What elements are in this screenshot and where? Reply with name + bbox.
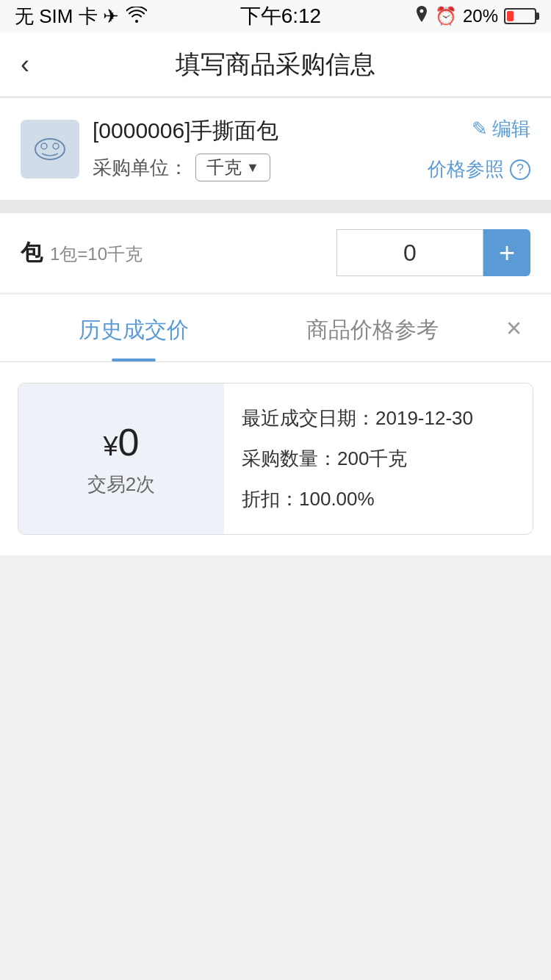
tab-history-price[interactable]: 历史成交价 — [15, 295, 253, 361]
dropdown-icon: ▼ — [246, 160, 259, 176]
recent-date-value: 2019-12-30 — [375, 407, 473, 429]
qty-plus-button[interactable]: + — [483, 229, 530, 276]
transaction-left: ¥0 交易2次 — [18, 383, 224, 534]
qty-hint: 1包=10千克 — [50, 242, 143, 266]
unit-value: 千克 — [206, 156, 242, 179]
page-container: 无 SIM 卡 ✈ 下午6:12 ⏰ 20% ‹ 填写商品 — [0, 0, 551, 980]
battery-icon — [504, 8, 536, 24]
product-card: [0000006]手撕面包 采购单位： 千克 ▼ ✎ 编辑 价格 — [0, 98, 551, 200]
bottom-panel: 历史成交价 商品价格参考 × ¥0 交易2次 最近成交日期：2019-12-30 — [0, 295, 551, 555]
transaction-right: 最近成交日期：2019-12-30 采购数量：200千克 折扣：100.00% — [224, 383, 533, 534]
product-left: [0000006]手撕面包 采购单位： 千克 ▼ — [21, 116, 278, 181]
purchase-qty-row: 采购数量：200千克 — [242, 444, 515, 473]
quantity-input[interactable] — [336, 229, 483, 276]
discount-value: 100.00% — [299, 488, 375, 510]
transaction-price: ¥0 — [104, 420, 140, 464]
product-logo — [21, 120, 79, 179]
svg-point-1 — [41, 143, 47, 149]
quantity-label: 包 1包=10千克 — [21, 238, 143, 268]
edit-label: 编辑 — [492, 116, 530, 142]
product-right: ✎ 编辑 价格参照 ? — [428, 116, 530, 182]
yuan-symbol: ¥ — [104, 431, 118, 461]
discount-row: 折扣：100.00% — [242, 485, 515, 514]
discount-label: 折扣： — [242, 488, 299, 510]
battery-fill — [507, 11, 514, 21]
page-title: 填写商品采购信息 — [176, 48, 375, 82]
price-value: 0 — [118, 421, 140, 464]
price-ref-button[interactable]: 价格参照 ? — [428, 156, 530, 182]
quantity-row: 包 1包=10千克 + — [0, 213, 551, 293]
nav-bar: ‹ 填写商品采购信息 — [0, 32, 551, 97]
price-ref-label: 价格参照 — [428, 156, 504, 182]
status-time: 下午6:12 — [240, 2, 322, 30]
product-name: [0000006]手撕面包 — [93, 116, 278, 146]
transaction-count: 交易2次 — [87, 472, 155, 497]
recent-date-label: 最近成交日期： — [242, 407, 375, 429]
product-header: [0000006]手撕面包 采购单位： 千克 ▼ ✎ 编辑 价格 — [21, 116, 530, 182]
edit-icon: ✎ — [472, 118, 488, 140]
section-divider — [0, 200, 551, 213]
tabs-row: 历史成交价 商品价格参考 × — [0, 295, 551, 362]
qty-controls: + — [336, 229, 530, 276]
transaction-card: ¥0 交易2次 最近成交日期：2019-12-30 采购数量：200千克 折扣：… — [18, 383, 533, 535]
status-bar: 无 SIM 卡 ✈ 下午6:12 ⏰ 20% — [0, 0, 551, 32]
alarm-icon: ⏰ — [435, 6, 457, 26]
product-info: [0000006]手撕面包 采购单位： 千克 ▼ — [93, 116, 278, 181]
status-right: ⏰ 20% — [414, 6, 536, 26]
location-icon — [414, 6, 429, 26]
signal-text: 无 SIM 卡 ✈ — [15, 4, 119, 29]
battery-percent: 20% — [463, 6, 498, 26]
product-unit-row: 采购单位： 千克 ▼ — [93, 154, 278, 181]
recent-date-row: 最近成交日期：2019-12-30 — [242, 404, 515, 433]
qty-unit: 包 — [21, 238, 43, 268]
edit-button[interactable]: ✎ 编辑 — [472, 116, 530, 142]
purchase-qty-value: 200千克 — [337, 447, 407, 469]
purchase-qty-label: 采购数量： — [242, 447, 337, 469]
wifi-icon — [126, 5, 147, 28]
tab-close-button[interactable]: × — [491, 298, 536, 359]
unit-badge[interactable]: 千克 ▼ — [195, 154, 270, 181]
price-ref-icon: ? — [510, 159, 530, 180]
status-left: 无 SIM 卡 ✈ — [15, 4, 147, 29]
history-content: ¥0 交易2次 最近成交日期：2019-12-30 采购数量：200千克 折扣：… — [0, 362, 551, 555]
back-button[interactable]: ‹ — [21, 49, 29, 80]
svg-point-0 — [35, 139, 65, 159]
tab-product-price-ref[interactable]: 商品价格参考 — [253, 295, 491, 361]
unit-label: 采购单位： — [93, 155, 188, 181]
svg-point-2 — [53, 143, 59, 149]
